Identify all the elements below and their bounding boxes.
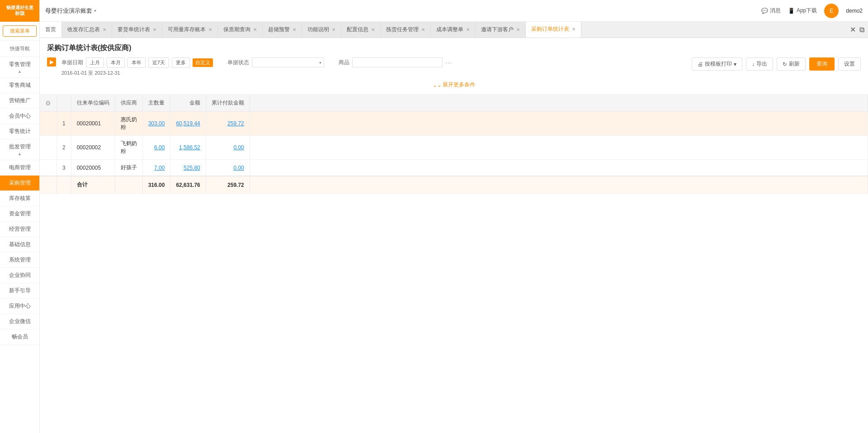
- row-amount[interactable]: 525.80: [170, 160, 206, 176]
- tab-home[interactable]: 首页: [40, 22, 62, 38]
- footer-supplier: [115, 176, 142, 194]
- user-avatar[interactable]: E: [824, 4, 839, 18]
- sidebar-item-system[interactable]: 系统管理: [0, 252, 39, 268]
- sidebar-item-appcenter[interactable]: 应用中心: [0, 299, 39, 314]
- workspace-name: 母婴行业演示账套: [45, 7, 92, 15]
- status-select-wrapper: [252, 57, 324, 67]
- sidebar-item-retail-shop[interactable]: 零售商城: [0, 78, 39, 93]
- sidebar-item-finance[interactable]: 资金管理: [0, 206, 39, 222]
- row-quantity[interactable]: 303.00: [142, 112, 170, 136]
- refresh-button[interactable]: ↻ 刷新: [777, 57, 806, 71]
- search-menu-button[interactable]: 搜索菜单: [3, 25, 37, 37]
- tab-label: 邀请下游客户: [481, 26, 514, 33]
- print-button[interactable]: 🖨 按模板打印 ▾: [692, 57, 742, 71]
- status-select[interactable]: [252, 57, 324, 67]
- tab-close-icon[interactable]: ✕: [516, 27, 520, 32]
- footer-amount: 62,631.76: [170, 176, 206, 194]
- app-logo: 畅捷通好生意 标版: [0, 0, 39, 22]
- tab-close-icon[interactable]: ✕: [332, 27, 335, 32]
- sidebar-item-purchase[interactable]: 采购管理: [0, 176, 39, 191]
- close-all-tabs-button[interactable]: ✕: [850, 26, 856, 33]
- settings-button[interactable]: 设置: [838, 57, 861, 71]
- tab-close-icon[interactable]: ✕: [153, 27, 156, 32]
- row-quantity[interactable]: 6.00: [142, 136, 170, 160]
- message-icon: 💬: [761, 8, 768, 14]
- date-7days-btn[interactable]: 近7天: [148, 57, 169, 68]
- date-more-btn[interactable]: 更多: [172, 57, 190, 68]
- footer-settings: [40, 176, 57, 194]
- tab-shoufahuizongjiao[interactable]: 收发存汇总表✕: [62, 22, 112, 38]
- page-header: 采购订单统计表(按供应商) ▶ 单据日期 上月 本月 本年 近7天 更多 自定义: [40, 38, 868, 95]
- row-code: 00020001: [71, 112, 115, 136]
- expand-more-button[interactable]: ⌄⌄ 展开更多条件: [433, 81, 475, 89]
- tab-caigoutongjibiao[interactable]: 采购订单统计表✕: [526, 22, 581, 38]
- sidebar-item-basic[interactable]: 基础信息: [0, 237, 39, 252]
- row-quantity[interactable]: 7.00: [142, 160, 170, 176]
- tab-baoyuqichaxun[interactable]: 保质期查询✕: [218, 22, 263, 38]
- tab-close-icon[interactable]: ✕: [292, 27, 296, 32]
- expand-filter-button[interactable]: ▶: [47, 57, 56, 67]
- row-paid[interactable]: 0.00: [206, 136, 250, 160]
- tab-close-icon[interactable]: ✕: [371, 27, 375, 32]
- workspace-dropdown-icon[interactable]: ▾: [94, 8, 96, 13]
- goods-input[interactable]: [352, 57, 443, 67]
- row-paid[interactable]: 259.72: [206, 112, 250, 136]
- sidebar-item-marketing[interactable]: 营销推广: [0, 93, 39, 109]
- tab-keyongliang[interactable]: 可用量库存账本✕: [162, 22, 218, 38]
- quick-nav-section: 快捷导航: [0, 41, 39, 57]
- row-paid[interactable]: 0.00: [206, 160, 250, 176]
- sidebar-item-inventory[interactable]: 库存核算: [0, 191, 39, 206]
- sidebar-item-label: 零售管理: [9, 61, 31, 68]
- row-amount[interactable]: 1,586.52: [170, 136, 206, 160]
- tab-yaohuodanjtongjibiao[interactable]: 要货单统计表✕: [112, 22, 162, 38]
- restore-tabs-button[interactable]: ⧉: [859, 26, 864, 33]
- sidebar-item-label: 电商管理: [9, 164, 31, 171]
- sidebar-item-vip[interactable]: 畅会员: [0, 329, 39, 345]
- tab-close-icon[interactable]: ✕: [466, 27, 470, 32]
- sidebar-item-wechat[interactable]: 企业微信: [0, 314, 39, 329]
- tabs-end-controls: ✕ ⧉: [846, 26, 868, 33]
- tab-chengbentiaojao[interactable]: 成本调整单✕: [431, 22, 476, 38]
- tab-peizhixinxi[interactable]: 配置信息✕: [341, 22, 381, 38]
- column-settings-icon[interactable]: ⚙: [45, 100, 51, 107]
- sidebar-item-operations[interactable]: 经营管理: [0, 222, 39, 237]
- sidebar-item-label: 零售商城: [9, 81, 31, 89]
- tab-chaochuyujing[interactable]: 超储预警✕: [263, 22, 302, 38]
- th-extra: [250, 95, 868, 112]
- sidebar-item-retail[interactable]: 零售管理▲: [0, 57, 39, 78]
- sidebar-item-label: 基础信息: [9, 241, 31, 248]
- query-button[interactable]: 查询: [809, 57, 835, 71]
- tab-close-icon[interactable]: ✕: [208, 27, 212, 32]
- date-this-month-btn[interactable]: 本月: [107, 57, 125, 68]
- tab-gongnengshuo[interactable]: 功能说明✕: [302, 22, 341, 38]
- custom-badge: 自定义: [193, 58, 213, 67]
- tab-penghuorenwu[interactable]: 拣货任务管理✕: [381, 22, 431, 38]
- tab-close-icon[interactable]: ✕: [421, 27, 425, 32]
- app-download-action[interactable]: 📱 App下载: [788, 7, 817, 14]
- sidebar-item-member[interactable]: 会员中心: [0, 109, 39, 124]
- message-action[interactable]: 💬 消息: [761, 7, 781, 14]
- row-extra: [250, 112, 868, 136]
- row-settings: [40, 160, 57, 176]
- date-last-month-btn[interactable]: 上月: [86, 57, 104, 68]
- date-this-year-btn[interactable]: 本年: [127, 57, 146, 68]
- tab-close-icon[interactable]: ✕: [103, 27, 106, 32]
- quick-nav-button[interactable]: 快捷导航: [3, 43, 37, 54]
- th-supplier: 供应商: [115, 95, 142, 112]
- tab-close-icon[interactable]: ✕: [253, 27, 257, 32]
- row-amount[interactable]: 60,519.44: [170, 112, 206, 136]
- sidebar-item-label: 库存核算: [9, 195, 31, 202]
- sidebar-item-wholesale[interactable]: 批发管理▲: [0, 139, 39, 160]
- sidebar-item-retail-stats[interactable]: 零售统计: [0, 124, 39, 139]
- row-index: 1: [57, 112, 71, 136]
- tab-close-icon[interactable]: ✕: [572, 27, 576, 32]
- sidebar-item-newguide[interactable]: 新手引导: [0, 283, 39, 299]
- refresh-icon: ↻: [783, 61, 787, 67]
- goods-more-icon[interactable]: ···: [445, 59, 452, 66]
- sidebar-search-section: 搜索菜单: [0, 22, 39, 41]
- sidebar-item-ecommerce[interactable]: 电商管理: [0, 160, 39, 176]
- date-range-text: 2016-01-01 至 2023-12-31: [61, 70, 120, 76]
- export-button[interactable]: ↓ 导出: [746, 57, 773, 71]
- tab-yaoqingxiayouke[interactable]: 邀请下游客户✕: [476, 22, 526, 38]
- sidebar-item-enterprise[interactable]: 企业协同: [0, 268, 39, 283]
